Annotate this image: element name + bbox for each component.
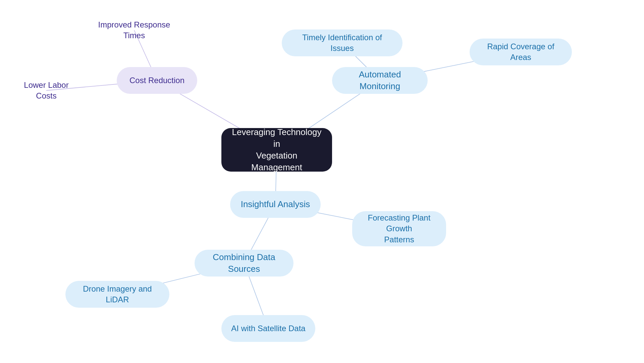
- center-node: Leveraging Technology in Vegetation Mana…: [221, 128, 332, 172]
- lower-labor-label: Lower Labor Costs: [15, 80, 77, 102]
- improved-response-node: Improved Response Times: [82, 17, 186, 44]
- insightful-analysis-node: Insightful Analysis: [230, 191, 321, 218]
- forecasting-plant-node: Forecasting Plant Growth Patterns: [352, 211, 446, 246]
- improved-response-label: Improved Response Times: [92, 19, 177, 41]
- ai-satellite-node: AI with Satellite Data: [221, 315, 315, 342]
- automated-monitoring-label: Automated Monitoring: [341, 69, 418, 92]
- rapid-coverage-label: Rapid Coverage of Areas: [479, 41, 562, 63]
- insightful-analysis-label: Insightful Analysis: [241, 198, 310, 210]
- forecasting-plant-label: Forecasting Plant Growth Patterns: [362, 213, 437, 245]
- lower-labor-node: Lower Labor Costs: [6, 77, 87, 104]
- drone-imagery-label: Drone Imagery and LiDAR: [75, 284, 160, 305]
- center-label: Leveraging Technology in Vegetation Mana…: [231, 126, 323, 173]
- rapid-coverage-node: Rapid Coverage of Areas: [470, 39, 572, 65]
- ai-satellite-label: AI with Satellite Data: [231, 323, 305, 334]
- combining-data-node: Combining Data Sources: [195, 250, 293, 277]
- timely-id-label: Timely Identification of Issues: [291, 32, 393, 54]
- combining-data-label: Combining Data Sources: [204, 251, 284, 275]
- cost-reduction-node: Cost Reduction: [117, 67, 197, 94]
- timely-id-node: Timely Identification of Issues: [282, 29, 402, 56]
- drone-imagery-node: Drone Imagery and LiDAR: [65, 281, 169, 308]
- automated-monitoring-node: Automated Monitoring: [332, 67, 428, 94]
- cost-reduction-label: Cost Reduction: [129, 75, 184, 86]
